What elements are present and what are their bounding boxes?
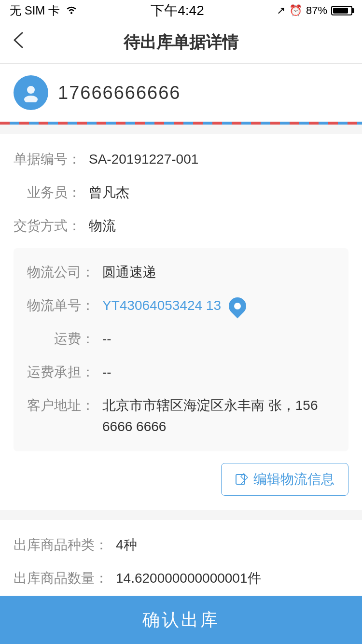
customer-header: 17666666666	[0, 64, 362, 122]
page-title: 待出库单据详情	[124, 31, 238, 54]
edit-logistics-label: 编辑物流信息	[253, 470, 334, 489]
status-time: 下午4:42	[151, 1, 204, 20]
edit-logistics-container: 编辑物流信息	[14, 463, 348, 496]
address-row: 客户地址： 北京市市辖区海淀区永丰南 张，156 6666 6666	[27, 395, 335, 438]
avatar	[14, 75, 48, 110]
battery-icon	[331, 6, 352, 15]
freight-bearer-row: 运费承担： --	[27, 362, 335, 383]
doc-number-row: 单据编号： SA-20191227-001	[14, 149, 348, 170]
svg-point-2	[24, 96, 38, 102]
address-value: 北京市市辖区海淀区永丰南 张，156 6666 6666	[102, 395, 335, 438]
logistics-card: 物流公司： 圆通速递 物流单号： YT43064053424 13 运费： --…	[14, 248, 348, 451]
freight-value: --	[102, 328, 335, 350]
logistics-company-label: 物流公司：	[27, 262, 95, 283]
dashed-divider	[0, 122, 362, 125]
svg-point-0	[70, 12, 72, 14]
status-right: ↗ ⏰ 87%	[277, 4, 352, 17]
tracking-label: 物流单号：	[27, 295, 95, 317]
goods-type-value: 4种	[116, 534, 348, 556]
document-info-section: 单据编号： SA-20191227-001 业务员： 曾凡杰 交货方式： 物流 …	[0, 134, 362, 510]
status-bar: 无 SIM 卡 下午4:42 ↗ ⏰ 87%	[0, 0, 362, 21]
freight-row: 运费： --	[27, 328, 335, 350]
goods-quantity-row: 出库商品数量： 14.620000000000001件	[14, 568, 348, 589]
edit-icon	[235, 473, 249, 486]
goods-type-row: 出库商品种类： 4种	[14, 534, 348, 556]
freight-label: 运费：	[27, 328, 95, 350]
logistics-company-row: 物流公司： 圆通速递	[27, 262, 335, 283]
freight-bearer-value: --	[102, 362, 335, 383]
delivery-value: 物流	[89, 215, 348, 237]
salesperson-row: 业务员： 曾凡杰	[14, 182, 348, 204]
svg-point-1	[27, 86, 35, 94]
content: 17666666666 单据编号： SA-20191227-001 业务员： 曾…	[0, 64, 362, 644]
freight-bearer-label: 运费承担：	[27, 362, 95, 383]
salesperson-label: 业务员：	[14, 182, 81, 204]
status-left: 无 SIM 卡	[10, 3, 78, 18]
goods-quantity-value: 14.620000000000001件	[116, 568, 348, 589]
edit-logistics-button[interactable]: 编辑物流信息	[221, 463, 348, 496]
tracking-row: 物流单号： YT43064053424 13	[27, 295, 335, 317]
battery-percent: 87%	[306, 4, 327, 17]
address-label: 客户地址：	[27, 395, 95, 417]
carrier-label: 无 SIM 卡	[10, 3, 60, 18]
logistics-company-value: 圆通速递	[102, 262, 335, 283]
delivery-label: 交货方式：	[14, 215, 81, 237]
nav-bar: 待出库单据详情	[0, 21, 362, 64]
delivery-row: 交货方式： 物流	[14, 215, 348, 237]
doc-number-value: SA-20191227-001	[89, 149, 348, 170]
tracking-value: YT43064053424 13	[102, 295, 335, 317]
doc-number-label: 单据编号：	[14, 149, 81, 170]
clock-icon: ⏰	[289, 4, 302, 17]
goods-type-label: 出库商品种类：	[14, 534, 108, 556]
back-button[interactable]	[14, 32, 23, 53]
location-icon[interactable]	[225, 294, 250, 318]
customer-phone: 17666666666	[58, 83, 181, 103]
confirm-button-label: 确认出库	[142, 608, 220, 632]
goods-quantity-label: 出库商品数量：	[14, 568, 108, 589]
location-icon: ↗	[277, 4, 285, 17]
salesperson-value: 曾凡杰	[89, 182, 348, 204]
confirm-button[interactable]: 确认出库	[0, 596, 362, 644]
wifi-icon	[65, 4, 78, 17]
